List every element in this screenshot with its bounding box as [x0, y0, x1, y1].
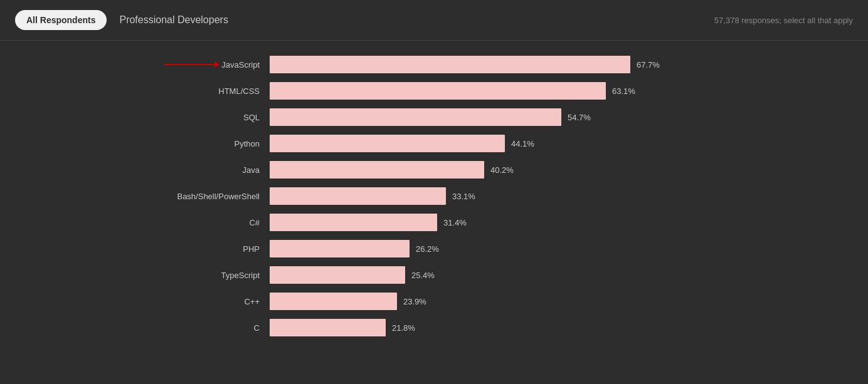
- header-left: All Respondents Professional Developers: [15, 10, 228, 30]
- bar-label: C++: [0, 297, 270, 306]
- arrow-indicator: [164, 61, 220, 68]
- chart-container: JavaScript 67.7% HTML/CSS 63.1% SQL: [0, 41, 868, 355]
- chart-row: TypeScript 25.4%: [0, 264, 853, 286]
- bar-value: 63.1%: [612, 86, 635, 96]
- bar-value: 33.1%: [452, 192, 475, 201]
- bar-label: HTML/CSS: [0, 86, 270, 96]
- chart-row: HTML/CSS 63.1%: [0, 80, 853, 102]
- bar-wrapper: 23.9%: [270, 293, 853, 310]
- header: All Respondents Professional Developers …: [0, 0, 868, 41]
- chart-row: C++ 23.9%: [0, 290, 853, 313]
- bar-wrapper: 26.2%: [270, 240, 853, 257]
- chart-row: Bash/Shell/PowerShell 33.1%: [0, 185, 853, 207]
- professional-developers-label: Professional Developers: [119, 14, 228, 26]
- all-respondents-button[interactable]: All Respondents: [15, 10, 107, 30]
- bar: [270, 187, 446, 205]
- bar: [270, 214, 437, 231]
- bar-value: 31.4%: [443, 218, 467, 227]
- bar-wrapper: 25.4%: [270, 266, 853, 284]
- bar-label: TypeScript: [0, 271, 270, 280]
- bar-wrapper: 54.7%: [270, 108, 853, 126]
- bar-value: 67.7%: [637, 60, 660, 70]
- bar: [270, 135, 505, 152]
- chart-row: C# 31.4%: [0, 211, 853, 234]
- chart-row: PHP 26.2%: [0, 237, 853, 260]
- bar: [270, 319, 386, 336]
- bar: [270, 293, 397, 310]
- bar-wrapper: 21.8%: [270, 319, 853, 336]
- bar: [270, 161, 484, 179]
- chart-row: JavaScript 67.7%: [0, 53, 853, 76]
- bar-wrapper: 63.1%: [270, 82, 853, 100]
- bar: [270, 108, 561, 126]
- bar-value: 23.9%: [403, 297, 426, 306]
- bar-value: 21.8%: [392, 323, 415, 333]
- bar: [270, 240, 410, 257]
- bar-label: JavaScript: [0, 60, 270, 70]
- arrow-line: [164, 64, 214, 65]
- chart-row: Python 44.1%: [0, 132, 853, 155]
- response-count: 57,378 responses; select all that apply: [714, 16, 853, 25]
- chart-row: Java 40.2%: [0, 158, 853, 181]
- bar: [270, 82, 606, 100]
- bar-value: 25.4%: [411, 271, 435, 280]
- bar-label: SQL: [0, 113, 270, 122]
- bar: [270, 266, 405, 284]
- bar-label: C: [0, 323, 270, 333]
- bar-label: Python: [0, 139, 270, 148]
- bar-value: 40.2%: [490, 165, 514, 175]
- bar: [270, 56, 630, 73]
- bar-label: C#: [0, 218, 270, 227]
- chart-row: SQL 54.7%: [0, 106, 853, 128]
- bar-label: PHP: [0, 244, 270, 254]
- bar-value: 26.2%: [416, 244, 439, 254]
- bar-wrapper: 44.1%: [270, 135, 853, 152]
- chart-row: C 21.8%: [0, 316, 853, 339]
- bar-wrapper: 31.4%: [270, 214, 853, 231]
- bar-wrapper: 33.1%: [270, 187, 853, 205]
- bar-value: 54.7%: [568, 113, 591, 122]
- bar-wrapper: 40.2%: [270, 161, 853, 179]
- bar-value: 44.1%: [511, 139, 534, 148]
- arrow-head: [214, 61, 220, 68]
- bar-label: Bash/Shell/PowerShell: [0, 192, 270, 201]
- bar-wrapper: 67.7%: [270, 56, 853, 73]
- bar-label: Java: [0, 165, 270, 175]
